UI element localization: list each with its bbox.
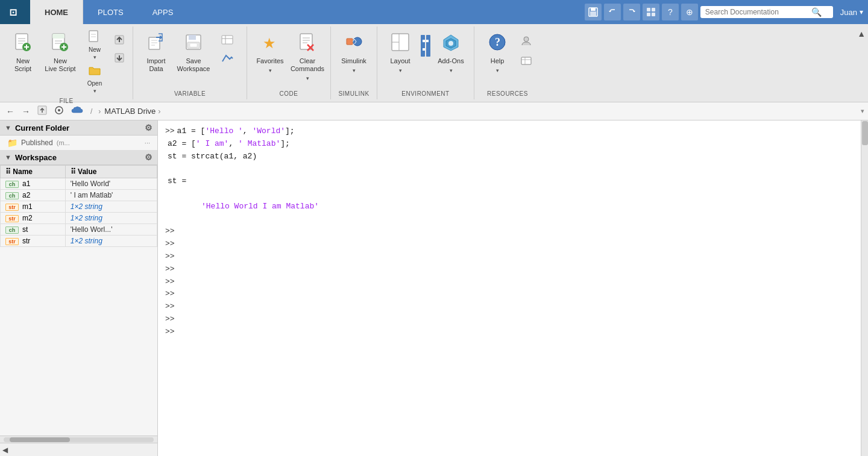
nav-up-button[interactable] [111,31,128,48]
ribbon-collapse-btn[interactable]: ▲ [857,29,866,39]
new-script-button[interactable]: NewScript [5,29,41,77]
ribbon-group-simulink: Simulink ▾ SIMULINK [331,27,377,99]
svg-rect-53 [426,35,430,57]
new-button[interactable]: New ▾ [80,29,110,61]
svg-text:★: ★ [263,35,276,51]
cmd-prompt: >> [165,288,175,301]
var-small-btn1[interactable] [213,31,242,48]
workspace-table: ⠿ Name ⠿ Value cha1'Hello World'cha2' I … [0,165,157,247]
resource-btn2[interactable] [517,52,536,70]
workspace-header: ▼ Workspace ⚙ [0,150,157,165]
path-end-chevron: › [158,107,160,116]
cmd-line: st = strcat(a1, a2) [165,151,854,163]
current-folder-gear[interactable]: ⚙ [145,123,153,133]
save-workspace-button[interactable]: SaveWorkspace [175,29,212,77]
expand-btn[interactable]: ⊕ [681,4,698,20]
tab-apps[interactable]: APPS [138,0,188,24]
nav-forward-btn[interactable]: → [19,105,33,117]
new-script-label: NewScript [14,57,31,73]
svg-rect-8 [652,13,655,16]
cloud-btn[interactable] [69,104,86,118]
add-ons-button[interactable]: Add-Ons ▾ [433,29,469,77]
var-small-btn2[interactable] [213,49,242,66]
cmd-prompt: >> [165,125,175,138]
workspace-row[interactable]: strstr1×2 string [1,236,157,247]
user-dropdown-icon[interactable]: ▾ [860,8,863,16]
workspace-gear[interactable]: ⚙ [145,152,153,162]
clear-commands-button[interactable]: ClearCommands ▾ [289,29,326,84]
main-area: ▼ Current Folder ⚙ 📁 Published (m... ···… [0,120,868,456]
bottom-left-nav[interactable]: ◀ [2,446,8,454]
address-dropdown[interactable]: ▾ [861,107,864,115]
current-folder-collapse[interactable]: ▼ [5,124,11,131]
ribbon-group-resources: ? Help ▾ [474,27,541,99]
favorites-button[interactable]: ★ Favorites ▾ [252,29,288,77]
path-matlab-drive[interactable]: MATLAB Drive › [104,107,160,116]
ribbon: NewScript NewLive Script [0,24,868,102]
workspace-row[interactable]: strm21×2 string [1,213,157,224]
clear-commands-dropdown: ▾ [306,75,309,81]
search-documentation[interactable]: 🔍 [700,6,833,18]
command-scrollbar[interactable] [861,120,868,456]
published-folder-item[interactable]: 📁 Published (m... ··· [0,136,157,150]
path-label: MATLAB Drive [104,107,156,116]
clear-commands-label: ClearCommands [291,57,324,73]
ribbon-group-variable: ImportData SaveWorkspace [133,27,247,99]
cmd-line [165,188,854,201]
browse-btn[interactable] [52,104,66,118]
layout-button[interactable]: Layout ▾ [382,29,418,77]
workspace-row[interactable]: cha2' I am Matlab' [1,190,157,201]
command-window[interactable]: >> a1 = ['Hello ', 'World'];a2 = [' I am… [158,120,861,456]
cmd-line: >> [165,288,854,301]
ws-var-value: 1×2 string [65,201,157,213]
new-live-script-button[interactable]: NewLive Script [42,29,78,77]
cmd-prompt: >> [165,301,175,313]
new-dropdown-arrow: ▾ [93,54,96,60]
help-button[interactable]: ? Help ▾ [479,29,515,77]
ws-var-name: m1 [22,202,33,211]
workspace-row[interactable]: strm11×2 string [1,201,157,213]
cmd-line: 'Hello World I am Matlab' [165,201,854,213]
workspace-row[interactable]: cha1'Hello World' [1,178,157,190]
tab-plots[interactable]: PLOTS [83,0,138,24]
import-data-button[interactable]: ImportData [138,29,174,77]
folder-more-btn[interactable]: ··· [145,139,150,146]
ribbon-group-environment: Layout ▾ [377,27,474,99]
cmd-line: >> [165,225,854,238]
search-icon: 🔍 [811,7,822,17]
nav-parent-btn[interactable] [35,104,49,118]
cmd-line: >> [165,263,854,276]
ws-var-value: 1×2 string [65,236,157,247]
community-btn[interactable] [517,31,536,49]
current-folder-header: ▼ Current Folder ⚙ [0,120,157,136]
workspace-row[interactable]: chst'Hello Worl...' [1,224,157,236]
help-btn[interactable]: ? [662,4,679,20]
workspace-collapse[interactable]: ▼ [5,154,11,161]
simulink-button[interactable]: Simulink ▾ [336,29,372,77]
undo-btn[interactable] [604,4,621,20]
redo-btn[interactable] [623,4,640,20]
add-ons-dropdown: ▾ [450,67,453,73]
search-doc-input[interactable] [705,8,808,16]
published-folder-label: Published [21,139,53,147]
nav-down-button[interactable] [111,49,128,66]
environment-group-label: ENVIRONMENT [401,88,449,97]
svg-rect-47 [347,39,353,45]
cmd-line: >> a1 = ['Hello ', 'World']; [165,125,854,138]
quick-access-btn1[interactable] [585,4,602,20]
layout-btn[interactable] [643,4,659,20]
open-button[interactable]: Open ▾ [80,63,110,95]
cmd-code: a1 = ['Hello ', 'World']; [177,125,295,138]
svg-point-62 [524,37,529,42]
left-panel-scrollbar[interactable] [0,436,157,443]
ws-type-icon: ch [5,226,19,234]
add-ons-label: Add-Ons [438,57,464,65]
help-icon: ? [488,33,507,55]
user-name[interactable]: Juan [840,8,857,17]
svg-rect-63 [521,57,531,64]
cmd-scroll-thumb [862,121,868,145]
import-data-icon [146,33,166,55]
tab-home[interactable]: HOME [30,0,83,24]
nav-back-btn[interactable]: ← [4,105,17,117]
cmd-line: >> [165,276,854,289]
